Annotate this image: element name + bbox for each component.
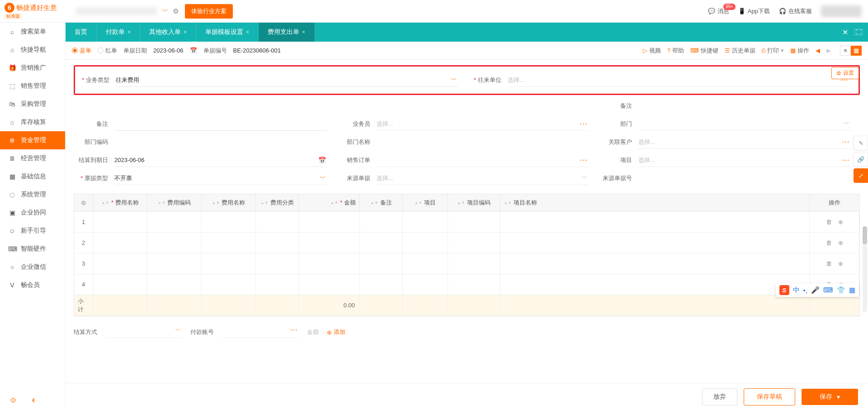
sidebar-item-11[interactable]: ☺新手引导: [0, 222, 65, 240]
sidebar-item-6[interactable]: ⊛资金管理: [0, 131, 65, 149]
sidebar-icon: V: [8, 281, 16, 289]
ime-skin-icon[interactable]: 👕: [837, 286, 845, 294]
tab-2[interactable]: 其他收入单×: [140, 23, 196, 42]
sidebar-item-5[interactable]: ⌂库存核算: [0, 113, 65, 131]
sidebar-item-14[interactable]: V畅会员: [0, 276, 65, 294]
rel-cust-select[interactable]: 选择... ···: [638, 135, 851, 149]
ime-mic-icon[interactable]: 🎤: [811, 286, 820, 294]
table-row[interactable]: 3🗑⊕: [74, 253, 859, 274]
remark-top-input[interactable]: [638, 99, 851, 113]
sidebar-item-8[interactable]: ▦基础信息: [0, 167, 65, 186]
ime-punct-icon[interactable]: •,: [803, 286, 807, 294]
row-add-icon[interactable]: ⊕: [838, 239, 843, 246]
dept-code-input[interactable]: [114, 135, 327, 149]
user-avatar-blurred[interactable]: [821, 5, 862, 17]
more-icon: ···: [580, 157, 588, 163]
fullscreen-icon[interactable]: ⛶: [854, 29, 863, 35]
sidebar-item-10[interactable]: ▣企业协同: [0, 204, 65, 222]
history-icon: ☰: [725, 47, 730, 54]
calendar-icon[interactable]: 📅: [190, 47, 197, 54]
settle-method-select[interactable]: ﹀: [105, 326, 182, 338]
sidebar-icon: 🎁: [8, 64, 16, 72]
sidebar-item-label: 采购管理: [21, 100, 46, 108]
sidebar-item-2[interactable]: 🎁营销推广: [0, 59, 65, 77]
action-ops[interactable]: ▦操作: [790, 47, 809, 55]
sidebar-item-7[interactable]: 🗎经营管理: [0, 149, 65, 167]
party-select[interactable]: 选择... ···: [508, 73, 850, 87]
source-no-input[interactable]: [638, 172, 851, 185]
action-help[interactable]: ?帮助: [667, 47, 684, 55]
sidebar-gear-icon[interactable]: ⚙: [10, 396, 16, 405]
grid-settings-icon[interactable]: ⚙: [74, 194, 93, 211]
sidebar-item-9[interactable]: ◌系统管理: [0, 186, 65, 204]
tab-1[interactable]: 付款单×: [97, 23, 140, 42]
remark-input[interactable]: [114, 117, 327, 131]
source-doc-select[interactable]: 选择... ﹀: [377, 172, 589, 185]
sidebar-item-12[interactable]: ⌨智能硬件: [0, 240, 65, 258]
project-select[interactable]: 选择... ···: [638, 153, 851, 167]
rail-expand-button[interactable]: ⤢: [854, 168, 868, 183]
online-support-link[interactable]: 🎧 在线客服: [779, 7, 812, 15]
radio-blue-doc[interactable]: 蓝单: [72, 47, 91, 55]
trial-industry-button[interactable]: 体验行业方案: [185, 4, 233, 19]
table-row[interactable]: 4🗑⊕: [74, 274, 859, 295]
app-download-link[interactable]: 📱 App下载: [738, 7, 770, 15]
close-icon[interactable]: ×: [184, 29, 187, 35]
doc-date-value[interactable]: 2023-06-06: [153, 47, 184, 54]
close-icon[interactable]: ×: [127, 29, 131, 35]
sales-order-select[interactable]: ···: [377, 153, 589, 167]
radio-red-doc[interactable]: 红单: [98, 47, 117, 55]
tab-0[interactable]: 首页: [66, 23, 97, 42]
table-row[interactable]: 1🗑⊕: [74, 212, 859, 233]
view-card-button[interactable]: ▦: [851, 46, 862, 56]
close-icon[interactable]: ×: [302, 29, 305, 35]
sidebar-collapse-icon[interactable]: ⏴: [30, 396, 37, 405]
sidebar-item-13[interactable]: ○企业微信: [0, 258, 65, 276]
row-delete-icon[interactable]: 🗑: [826, 239, 832, 246]
label-sales-order: 销售订单: [336, 156, 377, 164]
action-video[interactable]: ▷视频: [643, 47, 661, 55]
sidebar-item-4[interactable]: 🛍采购管理: [0, 95, 65, 113]
discard-button[interactable]: 放弃: [702, 388, 737, 405]
vertical-scrollbar[interactable]: [863, 226, 867, 312]
sidebar-icon: ☺: [8, 227, 16, 234]
action-history[interactable]: ☰历史单据: [725, 47, 755, 55]
biz-type-select[interactable]: 往来费用 ﹀: [116, 73, 458, 87]
ime-toolbar[interactable]: S 中 •, 🎤 ⌨ 👕 ▦: [776, 283, 859, 297]
row-delete-icon[interactable]: 🗑: [826, 219, 832, 225]
messages-link[interactable]: 💬 消息 99+: [708, 7, 729, 15]
add-settle-line-button[interactable]: ⊕添加: [327, 328, 345, 336]
rail-link-button[interactable]: 🔗: [854, 152, 868, 167]
ime-grid-icon[interactable]: ▦: [849, 286, 855, 294]
row-add-icon[interactable]: ⊕: [838, 260, 843, 267]
save-button[interactable]: 保存▾: [802, 389, 858, 405]
company-selector[interactable]: ﹀ ⚙: [76, 7, 179, 15]
ime-keyboard-icon[interactable]: ⌨: [823, 286, 833, 294]
nav-prev-icon[interactable]: ◀: [816, 47, 820, 54]
view-list-button[interactable]: ≡: [840, 46, 851, 56]
chevron-down-icon: ▾: [837, 393, 840, 400]
action-print[interactable]: ⎙打印▾: [762, 47, 784, 55]
close-icon[interactable]: ×: [246, 29, 249, 35]
tab-3[interactable]: 单据模板设置×: [196, 23, 259, 42]
save-draft-button[interactable]: 保存草稿: [744, 388, 795, 405]
clerk-select[interactable]: 选择... ···: [377, 117, 589, 131]
tab-4[interactable]: 费用支出单×: [259, 23, 315, 42]
doc-toolbar: 蓝单 红单 单据日期 2023-06-06 📅 单据编号 BE-20230606…: [66, 42, 868, 60]
tab-bar: 首页付款单×其他收入单×单据模板设置×费用支出单× ✕ ⛶: [66, 23, 868, 42]
settle-date-input[interactable]: 2023-06-06 📅: [114, 153, 327, 167]
gear-icon[interactable]: ⚙: [173, 7, 179, 15]
row-delete-icon[interactable]: 🗑: [826, 260, 832, 267]
close-all-tabs-button[interactable]: ✕: [842, 28, 848, 37]
invoice-type-select[interactable]: 不开票 ﹀: [114, 172, 327, 185]
rail-note-button[interactable]: ✎: [854, 136, 868, 150]
sidebar-item-1[interactable]: ⌂快捷导航: [0, 41, 65, 59]
dept-name-input[interactable]: [377, 135, 589, 149]
action-shortcut[interactable]: ⌨快捷键: [690, 47, 718, 55]
table-row[interactable]: 2🗑⊕: [74, 233, 859, 253]
pay-account-select[interactable]: ···: [222, 326, 299, 338]
dept-select[interactable]: ﹀: [638, 117, 851, 131]
sidebar-item-3[interactable]: ⬚销售管理: [0, 77, 65, 95]
row-add-icon[interactable]: ⊕: [838, 219, 843, 225]
sidebar-item-0[interactable]: ⌕搜索菜单: [0, 23, 65, 41]
